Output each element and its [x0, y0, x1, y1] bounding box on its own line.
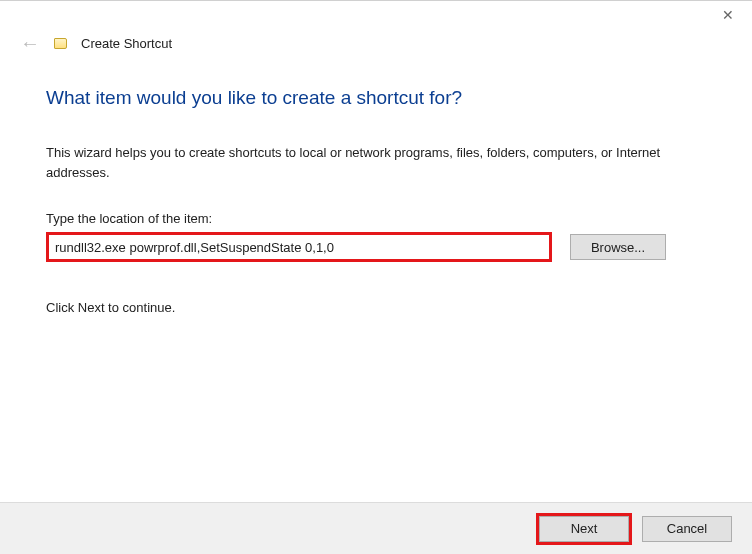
- shortcut-folder-icon: [54, 38, 67, 49]
- location-label: Type the location of the item:: [46, 211, 706, 226]
- cancel-button[interactable]: Cancel: [642, 516, 732, 542]
- dialog-header: ← Create Shortcut: [0, 31, 752, 59]
- dialog-footer: Next Cancel: [0, 502, 752, 554]
- location-input[interactable]: [49, 235, 549, 259]
- location-input-row: Browse...: [46, 232, 706, 262]
- description-text: This wizard helps you to create shortcut…: [46, 143, 686, 183]
- dialog-content: What item would you like to create a sho…: [0, 59, 752, 325]
- heading-question: What item would you like to create a sho…: [46, 87, 706, 109]
- next-highlight-box: Next: [536, 513, 632, 545]
- close-icon[interactable]: ✕: [716, 5, 740, 25]
- back-arrow-icon: ←: [20, 33, 40, 53]
- dialog-title: Create Shortcut: [81, 36, 172, 51]
- next-button[interactable]: Next: [539, 516, 629, 542]
- continue-hint: Click Next to continue.: [46, 300, 706, 315]
- browse-button[interactable]: Browse...: [570, 234, 666, 260]
- location-highlight-box: [46, 232, 552, 262]
- titlebar: ✕: [0, 1, 752, 31]
